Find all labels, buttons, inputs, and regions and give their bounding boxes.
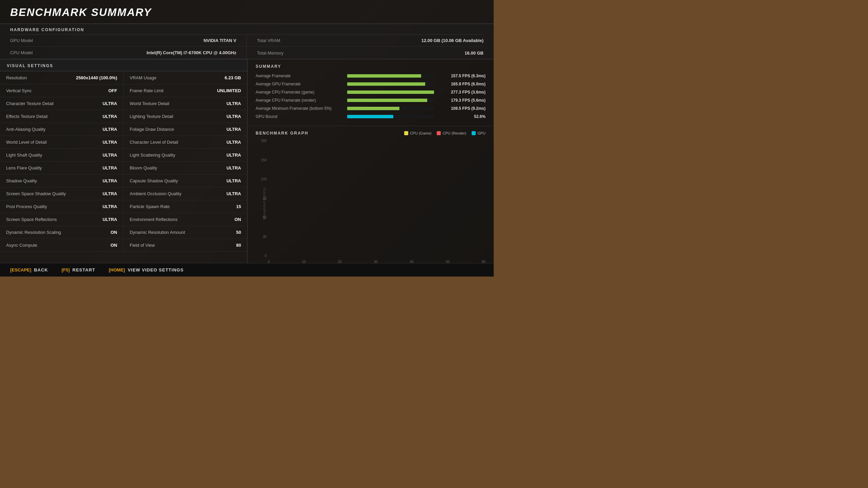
button-key: [ESCAPE] [10,267,31,272]
svg-point-384 [322,156,323,157]
svg-point-376 [415,177,416,178]
svg-point-375 [436,159,437,160]
svg-point-819 [393,144,394,145]
gpu-value: NVIDIA TITAN V [203,38,236,43]
svg-point-764 [423,150,424,151]
svg-point-23 [297,141,298,142]
metrics-container: Average Framerate 157.5 FPS (6.3ms) Aver… [256,74,486,119]
svg-point-280 [416,142,417,143]
svg-point-632 [421,152,422,153]
svg-point-290 [385,150,386,151]
bottom-button[interactable]: [ESCAPE] BACK [10,267,48,272]
svg-point-416 [369,168,370,169]
svg-point-556 [281,170,282,171]
svg-point-79 [322,152,323,153]
svg-point-323 [399,154,400,155]
svg-point-745 [390,142,391,143]
svg-point-264 [341,156,342,157]
svg-point-667 [353,144,354,145]
svg-point-712 [426,141,427,142]
svg-point-112 [394,159,395,160]
bottom-button[interactable]: [F5] RESTART [62,267,95,272]
metric-label: Average CPU Framerate (render) [256,98,347,103]
svg-point-305 [345,146,346,147]
svg-point-353 [374,174,375,175]
svg-point-454 [361,151,362,152]
svg-point-152 [323,155,324,156]
svg-point-299 [365,152,366,154]
svg-point-479 [329,150,330,151]
svg-point-397 [463,158,464,159]
svg-point-224 [329,143,330,144]
setting-value: ULTRA [102,217,117,222]
svg-point-761 [275,155,276,156]
svg-point-400 [364,159,365,160]
svg-point-833 [427,140,428,141]
setting-row: Dynamic Resolution Scaling ON [0,226,124,239]
setting-row: VRAM Usage 6.23 GB [124,72,248,84]
svg-point-571 [413,172,414,174]
svg-point-590 [478,176,479,177]
svg-point-308 [324,150,325,151]
graph-area: 1801501209060300 0102030405060 FRAMERATE… [256,139,486,268]
svg-point-227 [282,165,283,166]
svg-point-687 [390,157,391,158]
svg-point-250 [403,148,404,149]
svg-point-678 [342,140,343,141]
svg-point-435 [473,157,474,158]
svg-point-46 [295,141,296,142]
svg-point-285 [364,162,365,163]
cpu-value: Intel(R) Core(TM) i7-6700K CPU @ 4.00GHz [146,50,236,55]
svg-point-730 [402,157,403,158]
svg-point-153 [394,157,395,158]
metric-row: Average GPU Framerate 165.9 FPS (6.0ms) [256,82,486,86]
svg-point-259 [434,147,435,148]
setting-value: ULTRA [226,178,241,183]
visual-settings-title: VISUAL SETTINGS [0,59,247,71]
svg-point-329 [285,154,287,155]
svg-point-462 [455,174,456,175]
svg-point-170 [478,146,479,147]
svg-point-334 [325,168,326,169]
bottom-button[interactable]: [HOME] VIEW VIDEO SETTINGS [109,267,184,272]
svg-point-470 [408,165,409,166]
svg-point-656 [299,155,300,156]
svg-point-203 [384,158,386,159]
svg-point-472 [432,157,433,158]
svg-point-582 [458,175,459,176]
svg-point-440 [421,149,422,150]
svg-point-286 [475,163,476,164]
svg-point-824 [281,141,282,142]
svg-point-92 [424,143,425,144]
svg-point-738 [474,143,475,144]
svg-point-711 [316,154,317,155]
svg-point-512 [453,171,454,172]
svg-point-156 [431,165,432,166]
svg-point-659 [410,155,411,156]
svg-point-465 [344,175,346,176]
svg-point-427 [380,163,381,164]
memory-label: Total Memory [257,50,283,56]
svg-point-619 [322,147,323,148]
svg-point-554 [450,159,451,160]
svg-point-644 [329,156,330,157]
svg-point-660 [436,156,437,157]
setting-label: Ambient Occlusion Quality [130,191,181,196]
svg-point-396 [358,176,359,177]
svg-point-722 [326,150,327,151]
svg-point-199 [481,151,482,152]
legend-label: CPU (Render) [442,131,466,135]
svg-point-628 [465,156,466,157]
svg-point-287 [338,147,339,148]
settings-grid: Resolution 868x488 (100.0%) VRAM Usage… [0,71,247,252]
svg-point-399 [471,159,472,160]
svg-point-351 [415,166,416,167]
svg-point-803 [312,158,313,159]
svg-point-60 [359,147,360,148]
svg-point-684 [346,148,347,149]
svg-point-839 [312,152,313,154]
svg-point-662 [291,155,292,156]
svg-point-98 [428,165,429,166]
svg-point-551 [277,154,278,155]
svg-point-484 [437,148,438,149]
